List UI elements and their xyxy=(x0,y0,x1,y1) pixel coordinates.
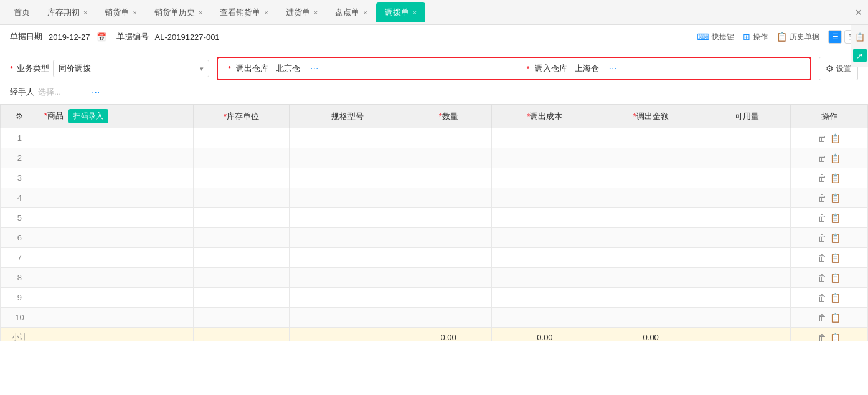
spec-cell-7[interactable] xyxy=(290,248,405,268)
tab-sales-history[interactable]: 销货单历史 × xyxy=(146,2,211,22)
copy-row-7-icon[interactable]: 📋 xyxy=(830,253,841,263)
delete-subtotal-icon[interactable]: 🗑 xyxy=(818,333,826,341)
copy-row-3-icon[interactable]: 📋 xyxy=(830,173,841,183)
sidebar-notes-icon[interactable]: 📋 xyxy=(853,30,867,44)
spec-cell-8[interactable] xyxy=(290,268,405,288)
copy-subtotal-icon[interactable]: 📋 xyxy=(830,333,841,341)
th-gear[interactable]: ⚙ xyxy=(1,105,39,128)
business-type-select[interactable]: 同价调拨 ▾ xyxy=(53,60,209,77)
available-cell-4[interactable] xyxy=(704,188,790,208)
unit-cell-5[interactable] xyxy=(193,208,290,228)
amount-cell-3[interactable] xyxy=(598,168,704,188)
cost-cell-3[interactable] xyxy=(492,168,598,188)
unit-cell-7[interactable] xyxy=(193,248,290,268)
spec-cell-10[interactable] xyxy=(290,308,405,328)
close-tab-transfer-order[interactable]: × xyxy=(413,9,417,16)
amount-cell-8[interactable] xyxy=(598,268,704,288)
amount-cell-7[interactable] xyxy=(598,248,704,268)
unit-cell-8[interactable] xyxy=(193,268,290,288)
qty-cell-3[interactable] xyxy=(405,168,492,188)
product-cell-3[interactable] xyxy=(39,168,193,188)
unit-cell-4[interactable] xyxy=(193,188,290,208)
qty-cell-9[interactable] xyxy=(405,288,492,308)
unit-cell-9[interactable] xyxy=(193,288,290,308)
available-cell-9[interactable] xyxy=(704,288,790,308)
sidebar-expand-icon[interactable]: ↗ xyxy=(853,49,867,62)
spec-cell-9[interactable] xyxy=(290,288,405,308)
history-button[interactable]: 📋 历史单据 xyxy=(776,32,819,42)
qty-cell-7[interactable] xyxy=(405,248,492,268)
cost-cell-5[interactable] xyxy=(492,208,598,228)
product-cell-7[interactable] xyxy=(39,248,193,268)
spec-cell-2[interactable] xyxy=(290,148,405,168)
unit-cell-3[interactable] xyxy=(193,168,290,188)
amount-cell-1[interactable] xyxy=(598,128,704,148)
delete-row-1-icon[interactable]: 🗑 xyxy=(818,133,826,143)
qty-cell-8[interactable] xyxy=(405,268,492,288)
cost-cell-4[interactable] xyxy=(492,188,598,208)
close-tab-inventory-check[interactable]: × xyxy=(363,9,367,16)
product-cell-6[interactable] xyxy=(39,228,193,248)
available-cell-10[interactable] xyxy=(704,308,790,328)
tab-inventory-check[interactable]: 盘点单 × xyxy=(326,2,375,22)
product-cell-1[interactable] xyxy=(39,128,193,148)
wh-out-more-button[interactable]: ··· xyxy=(310,63,318,74)
available-cell-2[interactable] xyxy=(704,148,790,168)
cost-cell-8[interactable] xyxy=(492,268,598,288)
tab-purchase-order[interactable]: 进货单 × xyxy=(277,2,326,22)
cost-cell-2[interactable] xyxy=(492,148,598,168)
copy-row-2-icon[interactable]: 📋 xyxy=(830,153,841,163)
copy-row-5-icon[interactable]: 📋 xyxy=(830,213,841,223)
spec-cell-3[interactable] xyxy=(290,168,405,188)
close-tab-inventory-init[interactable]: × xyxy=(83,9,87,16)
unit-cell-2[interactable] xyxy=(193,148,290,168)
copy-row-4-icon[interactable]: 📋 xyxy=(830,193,841,203)
close-window-button[interactable]: × xyxy=(855,6,862,19)
amount-cell-6[interactable] xyxy=(598,228,704,248)
copy-row-9-icon[interactable]: 📋 xyxy=(830,293,841,303)
product-cell-4[interactable] xyxy=(39,188,193,208)
handler-input[interactable]: 选择... xyxy=(38,87,88,98)
cost-cell-10[interactable] xyxy=(492,308,598,328)
copy-row-6-icon[interactable]: 📋 xyxy=(830,233,841,243)
product-cell-9[interactable] xyxy=(39,288,193,308)
amount-cell-10[interactable] xyxy=(598,308,704,328)
available-cell-6[interactable] xyxy=(704,228,790,248)
view-toggle-list[interactable]: ☰ xyxy=(828,30,842,44)
available-cell-7[interactable] xyxy=(704,248,790,268)
copy-row-1-icon[interactable]: 📋 xyxy=(830,133,841,143)
spec-cell-6[interactable] xyxy=(290,228,405,248)
qty-cell-4[interactable] xyxy=(405,188,492,208)
copy-row-10-icon[interactable]: 📋 xyxy=(830,313,841,323)
shortcut-button[interactable]: ⌨ 快捷键 xyxy=(697,32,734,42)
cost-cell-9[interactable] xyxy=(492,288,598,308)
spec-cell-4[interactable] xyxy=(290,188,405,208)
product-cell-10[interactable] xyxy=(39,308,193,328)
qty-cell-2[interactable] xyxy=(405,148,492,168)
available-cell-5[interactable] xyxy=(704,208,790,228)
close-tab-sales-order[interactable]: × xyxy=(133,9,136,16)
tab-inventory-init[interactable]: 库存期初 × xyxy=(39,2,96,22)
available-cell-3[interactable] xyxy=(704,168,790,188)
tab-transfer-order[interactable]: 调拨单 × xyxy=(376,2,425,22)
qty-cell-10[interactable] xyxy=(405,308,492,328)
delete-row-5-icon[interactable]: 🗑 xyxy=(818,213,826,223)
tab-sales-order[interactable]: 销货单 × xyxy=(96,2,145,22)
qty-cell-1[interactable] xyxy=(405,128,492,148)
delete-row-4-icon[interactable]: 🗑 xyxy=(818,193,826,203)
operation-button[interactable]: ⊞ 操作 xyxy=(743,32,768,42)
delete-row-9-icon[interactable]: 🗑 xyxy=(818,293,826,303)
copy-row-8-icon[interactable]: 📋 xyxy=(830,273,841,283)
product-cell-8[interactable] xyxy=(39,268,193,288)
amount-cell-5[interactable] xyxy=(598,208,704,228)
available-cell-1[interactable] xyxy=(704,128,790,148)
close-tab-sales-history[interactable]: × xyxy=(199,9,202,16)
cost-cell-7[interactable] xyxy=(492,248,598,268)
qty-cell-6[interactable] xyxy=(405,228,492,248)
scan-input-button[interactable]: 扫码录入 xyxy=(68,109,108,123)
spec-cell-1[interactable] xyxy=(290,128,405,148)
cost-cell-6[interactable] xyxy=(492,228,598,248)
cost-cell-1[interactable] xyxy=(492,128,598,148)
delete-row-6-icon[interactable]: 🗑 xyxy=(818,233,826,243)
product-cell-5[interactable] xyxy=(39,208,193,228)
